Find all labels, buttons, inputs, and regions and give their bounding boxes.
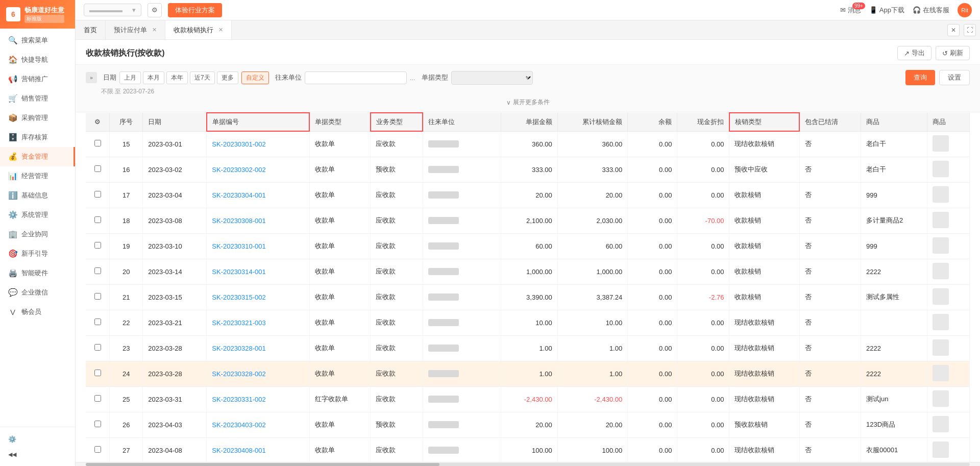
sidebar-item-finance[interactable]: 💰资金管理 [0, 147, 75, 166]
cell-biztype: 应收款 [371, 335, 423, 361]
date-custom-btn[interactable]: 自定义 [241, 71, 269, 84]
tab-close-prepay[interactable]: ✕ [152, 27, 157, 33]
query-btn[interactable]: 查询 [905, 70, 935, 85]
sno-link[interactable]: SK-20230328-002 [212, 370, 266, 378]
cell-check[interactable] [86, 233, 110, 259]
sidebar-icon-hardware: 🖨️ [8, 268, 17, 278]
filter-collapse-btn[interactable]: » [86, 72, 97, 83]
sidebar-item-member[interactable]: V畅会员 [0, 302, 75, 322]
sidebar-item-system[interactable]: ⚙️系统管理 [0, 205, 75, 225]
cell-date: 2023-03-08 [143, 208, 207, 233]
refresh-btn[interactable]: ↺ 刷新 [936, 46, 970, 60]
sidebar-item-marketing[interactable]: 📢营销推广 [0, 69, 75, 89]
date-btn-本年[interactable]: 本年 [166, 71, 188, 84]
row-checkbox[interactable] [94, 165, 101, 172]
sidebar-collapse-btn[interactable]: ◀◀ [0, 447, 75, 462]
cell-check[interactable] [86, 310, 110, 335]
logo-icon: 6 [6, 7, 20, 21]
cell-check[interactable] [86, 157, 110, 182]
partner-input[interactable] [305, 71, 407, 84]
sidebar-item-sales[interactable]: 🛒销售管理 [0, 89, 75, 108]
row-checkbox[interactable] [94, 421, 101, 427]
topbar-gear-btn[interactable]: ⚙ [148, 3, 162, 17]
tab-label-writeoff: 收款核销执行 [174, 26, 213, 35]
date-btn-更多[interactable]: 更多 [217, 71, 238, 84]
sno-link[interactable]: SK-20230403-002 [212, 421, 266, 429]
row-checkbox[interactable] [94, 267, 101, 274]
cell-writeoff: 20.00 [557, 412, 627, 437]
row-checkbox[interactable] [94, 191, 101, 198]
tab-close-writeoff[interactable]: ✕ [218, 27, 223, 33]
cell-doctype: 红字收款单 [309, 386, 370, 412]
row-checkbox[interactable] [94, 395, 101, 402]
industry-solution-btn[interactable]: 体验行业方案 [168, 3, 222, 17]
sno-link[interactable]: SK-20230304-001 [212, 191, 266, 199]
cell-check[interactable] [86, 208, 110, 233]
doctype-select[interactable] [451, 71, 533, 85]
expand-more-btn[interactable]: ∨ 展开更多条件 [86, 96, 970, 107]
cell-check[interactable] [86, 412, 110, 437]
sno-link[interactable]: SK-20230308-001 [212, 217, 266, 225]
sidebar-label-quicknav: 快捷导航 [21, 55, 48, 64]
cell-check[interactable] [86, 259, 110, 284]
row-checkbox[interactable] [94, 140, 101, 146]
sidebar-item-quicknav[interactable]: 🏠快捷导航 [0, 50, 75, 69]
cell-check[interactable] [86, 284, 110, 310]
page-header: 收款核销执行(按收款) ↗ 导出 ↺ 刷新 [76, 40, 980, 65]
export-btn[interactable]: ↗ 导出 [897, 46, 932, 60]
row-checkbox[interactable] [94, 344, 101, 351]
date-btn-近7天[interactable]: 近7天 [190, 71, 215, 84]
settings-btn[interactable]: 设置 [939, 70, 970, 85]
sidebar-item-wechat[interactable]: 💬企业微信 [0, 283, 75, 302]
row-checkbox[interactable] [94, 370, 101, 376]
app-download-btn[interactable]: 📱 App下载 [869, 6, 904, 15]
sno-link[interactable]: SK-20230408-001 [212, 447, 266, 454]
row-checkbox[interactable] [94, 318, 101, 325]
sidebar-item-corp[interactable]: 🏢企业协同 [0, 225, 75, 244]
sno-link[interactable]: SK-20230328-001 [212, 345, 266, 352]
cell-check[interactable] [86, 386, 110, 412]
cell-check[interactable] [86, 131, 110, 157]
cell-biztype: 应收款 [371, 361, 423, 386]
cell-check[interactable] [86, 361, 110, 386]
cell-balance: 0.00 [628, 284, 677, 310]
sno-link[interactable]: SK-20230321-003 [212, 319, 266, 327]
sidebar-item-operations[interactable]: 📊经营管理 [0, 166, 75, 186]
sno-link[interactable]: SK-20230310-001 [212, 242, 266, 250]
date-btn-本月[interactable]: 本月 [143, 71, 164, 84]
shop-selector[interactable]: ▬▬▬▬▬ ▾ [84, 4, 141, 16]
tab-writeoff[interactable]: 收款核销执行✕ [165, 20, 232, 39]
sidebar-item-purchase[interactable]: 📦采购管理 [0, 108, 75, 128]
sidebar-item-search[interactable]: 🔍搜索菜单 [0, 31, 75, 50]
tab-prepay[interactable]: 预计应付单✕ [106, 20, 165, 39]
tab-close-btn[interactable]: ✕ [947, 24, 960, 36]
date-btn-上月[interactable]: 上月 [119, 71, 141, 84]
message-btn[interactable]: ✉ 消息 99+ [840, 6, 861, 15]
sno-link[interactable]: SK-20230302-002 [212, 166, 266, 174]
sidebar-item-hardware[interactable]: 🖨️智能硬件 [0, 263, 75, 283]
tab-home[interactable]: 首页 [76, 20, 106, 39]
cell-biztype: 应收款 [371, 233, 423, 259]
sidebar-item-basic[interactable]: ℹ️基础信息 [0, 186, 75, 205]
sidebar-item-guide[interactable]: 🎯新手引导 [0, 244, 75, 263]
cell-goods: 2222 [861, 361, 927, 386]
cell-check[interactable] [86, 437, 110, 462]
th-settings[interactable]: ⚙ [86, 113, 110, 131]
sno-link[interactable]: SK-20230315-002 [212, 293, 266, 301]
partner-value [428, 345, 459, 352]
horizontal-scrollbar[interactable] [76, 462, 980, 466]
cell-check[interactable] [86, 182, 110, 208]
sno-link[interactable]: SK-20230331-002 [212, 396, 266, 403]
row-checkbox[interactable] [94, 242, 101, 249]
sno-link[interactable]: SK-20230301-002 [212, 140, 266, 148]
row-checkbox[interactable] [94, 446, 101, 453]
user-avatar[interactable]: Rit [958, 3, 972, 17]
cell-check[interactable] [86, 335, 110, 361]
sno-link[interactable]: SK-20230314-001 [212, 268, 266, 276]
tab-maximize-btn[interactable]: ⛶ [964, 24, 976, 36]
row-checkbox[interactable] [94, 216, 101, 223]
sidebar-settings-btn[interactable]: ⚙️ [0, 431, 75, 447]
row-checkbox[interactable] [94, 293, 101, 300]
online-service-btn[interactable]: 🎧 在线客服 [913, 6, 949, 15]
sidebar-item-inventory[interactable]: 🗄️库存核算 [0, 128, 75, 147]
